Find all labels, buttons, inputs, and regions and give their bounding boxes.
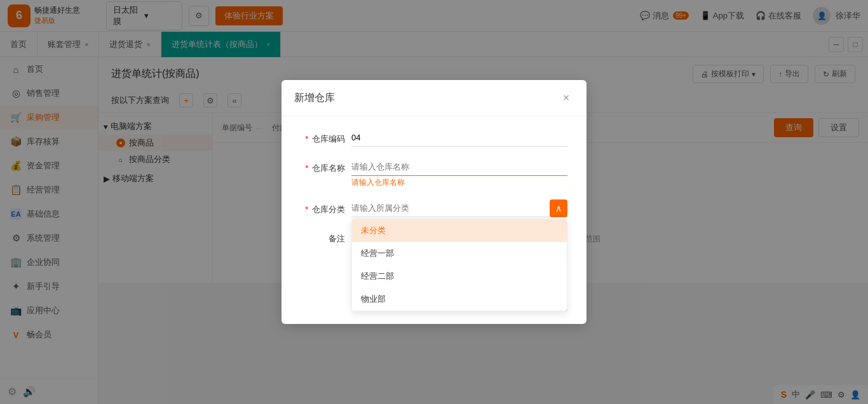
- name-field-row: * 仓库名称 请输入仓库名称: [301, 158, 567, 188]
- modal-overlay[interactable]: 新增仓库 × * 仓库编码 * 仓库名称 请输入仓库名称: [0, 0, 868, 404]
- category-option-property[interactable]: 物业部: [352, 288, 567, 311]
- category-dropdown-wrapper: ∧ 未分类 经营一部 经营二部 物业部: [351, 199, 567, 217]
- code-input[interactable]: [351, 129, 567, 147]
- category-option-dept1[interactable]: 经营一部: [352, 242, 567, 265]
- modal-header: 新增仓库 ×: [281, 80, 587, 116]
- name-input-group: 请输入仓库名称: [351, 158, 567, 188]
- category-input[interactable]: [351, 199, 567, 217]
- code-label: * 仓库编码: [301, 129, 351, 145]
- add-warehouse-modal: 新增仓库 × * 仓库编码 * 仓库名称 请输入仓库名称: [281, 80, 587, 324]
- category-dropdown-list: 未分类 经营一部 经营二部 物业部: [351, 219, 567, 311]
- name-error-msg: 请输入仓库名称: [351, 177, 567, 188]
- category-option-dept2[interactable]: 经营二部: [352, 265, 567, 288]
- modal-body: * 仓库编码 * 仓库名称 请输入仓库名称 *: [281, 116, 587, 285]
- name-label: * 仓库名称: [301, 158, 351, 174]
- category-field-row: * 仓库分类 ∧ 未分类 经营一部 经营二部 物业部: [301, 199, 567, 217]
- code-field-row: * 仓库编码: [301, 129, 567, 147]
- category-arrow-button[interactable]: ∧: [550, 199, 567, 217]
- category-label: * 仓库分类: [301, 199, 351, 215]
- category-option-uncategorized[interactable]: 未分类: [352, 219, 567, 242]
- modal-close-button[interactable]: ×: [559, 90, 574, 105]
- modal-title: 新增仓库: [294, 91, 335, 105]
- name-input[interactable]: [351, 158, 567, 176]
- remark-label: 备注: [301, 229, 351, 245]
